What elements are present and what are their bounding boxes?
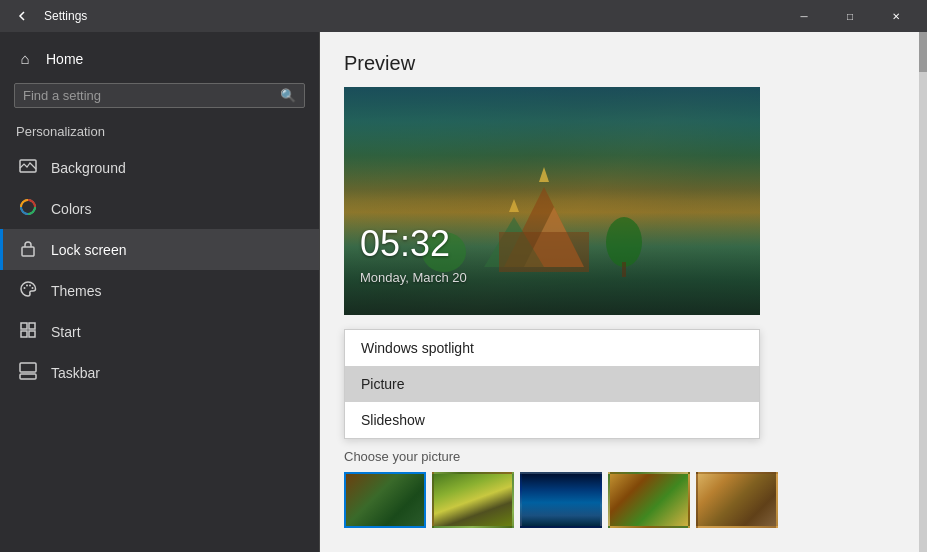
thumbnail-1[interactable] (344, 472, 426, 528)
background-type-dropdown[interactable]: Windows spotlight Picture Slideshow (344, 329, 760, 439)
preview-image: 05:32 Monday, March 20 (344, 87, 760, 315)
svg-rect-21 (622, 262, 626, 277)
preview-time: 05:32 (360, 223, 450, 265)
svg-rect-7 (21, 323, 27, 329)
svg-rect-17 (499, 232, 589, 272)
home-label: Home (46, 51, 83, 67)
svg-point-3 (24, 287, 26, 289)
option-slideshow[interactable]: Slideshow (345, 402, 759, 438)
sidebar-item-lock-screen[interactable]: Lock screen (0, 229, 319, 270)
search-box[interactable]: 🔍 (14, 83, 305, 108)
back-button[interactable] (8, 2, 36, 30)
lock-screen-icon (19, 239, 37, 260)
scrollbar[interactable] (919, 32, 927, 552)
svg-point-6 (32, 287, 34, 289)
maximize-button[interactable]: □ (827, 0, 873, 32)
colors-icon (19, 198, 37, 219)
sidebar-item-background[interactable]: Background (0, 147, 319, 188)
option-picture[interactable]: Picture (345, 366, 759, 402)
titlebar-title: Settings (44, 9, 781, 23)
choose-picture-label: Choose your picture (344, 449, 903, 464)
svg-rect-9 (21, 331, 27, 337)
svg-rect-11 (20, 374, 36, 379)
taskbar-label: Taskbar (51, 365, 100, 381)
titlebar: Settings ─ □ ✕ (0, 0, 927, 32)
sidebar: ⌂ Home 🔍 Personalization Background (0, 32, 320, 552)
preview-date: Monday, March 20 (360, 270, 467, 285)
search-icon[interactable]: 🔍 (280, 88, 296, 103)
themes-label: Themes (51, 283, 102, 299)
thumbnail-2[interactable] (432, 472, 514, 528)
home-icon: ⌂ (16, 50, 34, 67)
content-area: Preview (320, 32, 927, 552)
scrollbar-thumb[interactable] (919, 32, 927, 72)
search-input[interactable] (23, 88, 280, 103)
taskbar-icon (19, 362, 37, 383)
thumbnail-5[interactable] (696, 472, 778, 528)
sidebar-item-taskbar[interactable]: Taskbar (0, 352, 319, 393)
sidebar-item-home[interactable]: ⌂ Home (0, 40, 319, 77)
start-icon (19, 321, 37, 342)
window-controls: ─ □ ✕ (781, 0, 919, 32)
themes-icon (19, 280, 37, 301)
thumbnail-3[interactable] (520, 472, 602, 528)
sidebar-item-colors[interactable]: Colors (0, 188, 319, 229)
thumbnail-4[interactable] (608, 472, 690, 528)
svg-point-5 (29, 285, 31, 287)
picture-thumbnails (344, 472, 903, 528)
svg-rect-8 (29, 323, 35, 329)
app-body: ⌂ Home 🔍 Personalization Background (0, 32, 927, 552)
section-label: Personalization (0, 120, 319, 147)
background-icon (19, 157, 37, 178)
svg-point-4 (26, 285, 28, 287)
preview-label: Preview (344, 52, 903, 75)
svg-point-20 (606, 217, 642, 267)
svg-rect-2 (22, 247, 34, 256)
sidebar-item-start[interactable]: Start (0, 311, 319, 352)
minimize-button[interactable]: ─ (781, 0, 827, 32)
close-button[interactable]: ✕ (873, 0, 919, 32)
lock-screen-label: Lock screen (51, 242, 126, 258)
svg-rect-12 (20, 363, 36, 372)
option-windows-spotlight[interactable]: Windows spotlight (345, 330, 759, 366)
sidebar-item-themes[interactable]: Themes (0, 270, 319, 311)
background-label: Background (51, 160, 126, 176)
colors-label: Colors (51, 201, 91, 217)
start-label: Start (51, 324, 81, 340)
svg-rect-10 (29, 331, 35, 337)
